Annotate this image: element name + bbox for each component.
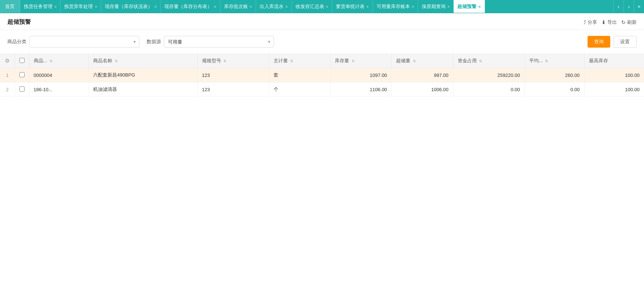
query-button[interactable]: 查询: [588, 36, 610, 48]
col-overstock[interactable]: 超储量 ⇅: [392, 54, 453, 68]
close-inventory-dist-icon[interactable]: ×: [214, 4, 216, 9]
row-avg-1: 260.00: [524, 68, 584, 82]
nav-inventory-dist[interactable]: 现存量（库存分布表） ×: [161, 0, 220, 13]
category-select[interactable]: [29, 36, 139, 48]
datasource-select-wrapper: 可用量 库存量 ▾: [164, 36, 274, 48]
col-spec[interactable]: 规格型号 ⇅: [197, 54, 269, 68]
export-action[interactable]: ⬇ 导出: [601, 19, 617, 26]
datasource-select[interactable]: 可用量 库存量: [164, 36, 274, 48]
close-task-mgmt-icon[interactable]: ×: [54, 4, 56, 9]
nav-inventory-status-label: 现存量（库存状况表）: [105, 3, 153, 10]
col-stock[interactable]: 库存量 ⇅: [330, 54, 391, 68]
row-avg-2: 0.00: [524, 82, 584, 97]
nav-summary[interactable]: 收发存汇总表 ×: [292, 0, 332, 13]
nav-exception[interactable]: 拣货异常处理 ×: [61, 0, 101, 13]
settings-button[interactable]: 设置: [613, 36, 637, 48]
col-max-stock-label: 最高库存: [589, 58, 608, 63]
nav-batch-account[interactable]: 库存批次账 ×: [220, 0, 256, 13]
nav-arrow-right[interactable]: ›: [623, 0, 634, 13]
row-num-2: 2: [0, 82, 15, 97]
nav-arrow-left[interactable]: ‹: [613, 0, 623, 13]
row-name-1: 六配套新昌490BPG: [89, 68, 197, 82]
nav-overstock-alert[interactable]: 超储预警 ×: [454, 0, 484, 13]
select-all-checkbox[interactable]: [19, 58, 25, 63]
row-checkbox-1[interactable]: [15, 68, 29, 82]
row-capital-2: 0.00: [453, 82, 524, 97]
row-checkbox-2[interactable]: [15, 82, 29, 97]
col-spec-sort-icon: ⇅: [223, 59, 226, 63]
col-unit[interactable]: 主计量 ⇅: [269, 54, 330, 68]
nav-home-label: 首页: [5, 3, 15, 10]
row-code-1: 0000004: [29, 68, 89, 82]
datasource-filter-label: 数据源: [147, 38, 161, 45]
nav-order-stats[interactable]: 要货单统计表 ×: [332, 0, 373, 13]
top-navigation: 首页 拣货任务管理 × 拣货异常处理 × 现存量（库存状况表） × 现存量（库存…: [0, 0, 644, 13]
row-select-checkbox-2[interactable]: [19, 86, 25, 92]
close-batch-account-icon[interactable]: ×: [250, 4, 252, 9]
col-overstock-sort-icon: ⇅: [413, 59, 416, 63]
row-spec-1: 123: [197, 68, 269, 82]
row-name-2: 机油滤清器: [89, 82, 197, 97]
col-avg-label: 平均...: [529, 58, 543, 63]
row-select-checkbox-1[interactable]: [19, 72, 25, 77]
refresh-action[interactable]: ↻ 刷新: [621, 19, 637, 26]
close-inout-flow-icon[interactable]: ×: [285, 4, 288, 9]
nav-available-book[interactable]: 可用量库存账本 ×: [373, 0, 418, 13]
refresh-icon: ↻: [621, 19, 626, 25]
row-spec-2: 123: [197, 82, 269, 97]
col-code[interactable]: 商品... ⇅: [29, 54, 89, 68]
close-overstock-alert-icon[interactable]: ×: [478, 4, 480, 9]
col-overstock-label: 超储量: [396, 58, 410, 63]
col-code-label: 商品...: [34, 58, 47, 63]
col-checkbox[interactable]: [15, 54, 29, 68]
nav-inventory-status[interactable]: 现存量（库存状况表） ×: [101, 0, 161, 13]
nav-expiry-query[interactable]: 保质期查询 ×: [418, 0, 454, 13]
col-capital[interactable]: 资金占用 ⇅: [453, 54, 524, 68]
close-expiry-query-icon[interactable]: ×: [447, 4, 450, 9]
category-filter-label: 商品分类: [7, 38, 26, 45]
nav-batch-account-label: 库存批次账: [224, 3, 248, 10]
nav-inout-flow[interactable]: 出入库流水 ×: [256, 0, 292, 13]
col-unit-sort-icon: ⇅: [290, 59, 293, 63]
col-name[interactable]: 商品名称 ⇅: [89, 54, 197, 68]
nav-inout-flow-label: 出入库流水: [260, 3, 283, 10]
close-inventory-status-icon[interactable]: ×: [154, 4, 157, 9]
share-label: 分享: [588, 19, 597, 26]
col-stock-sort-icon: ⇅: [352, 59, 355, 63]
nav-arrow-close[interactable]: ×: [634, 0, 644, 13]
row-capital-1: 259220.00: [453, 68, 524, 82]
table-body: 1 0000004 六配套新昌490BPG 123 套 1097.00 997.…: [0, 68, 644, 97]
table-header-row: ⚙ 商品... ⇅ 商品名称 ⇅ 规格型号 ⇅: [0, 54, 644, 68]
category-filter-group: 商品分类 ▾: [7, 36, 139, 48]
close-available-book-icon[interactable]: ×: [412, 4, 414, 9]
col-avg[interactable]: 平均... ⇅: [524, 54, 584, 68]
row-num-1: 1: [0, 68, 15, 82]
col-name-label: 商品名称: [93, 58, 112, 63]
nav-expiry-query-label: 保质期查询: [422, 3, 446, 10]
close-summary-icon[interactable]: ×: [326, 4, 328, 9]
page-content: 超储预警 ⤴ 分享 ⬇ 导出 ↻ 刷新 商品分类 ▾: [0, 13, 644, 293]
export-label: 导出: [607, 19, 617, 26]
table-row: 1 0000004 六配套新昌490BPG 123 套 1097.00 997.…: [0, 68, 644, 82]
nav-home[interactable]: 首页: [0, 0, 20, 13]
nav-task-mgmt[interactable]: 拣货任务管理 ×: [20, 0, 61, 13]
table-header: ⚙ 商品... ⇅ 商品名称 ⇅ 规格型号 ⇅: [0, 54, 644, 68]
row-max-stock-1: 100.00: [584, 68, 644, 82]
col-capital-label: 资金占用: [458, 58, 477, 63]
col-code-sort-icon: ⇅: [50, 59, 52, 63]
gear-settings-icon[interactable]: ⚙: [5, 58, 10, 64]
filter-actions: 查询 设置: [588, 36, 637, 48]
row-stock-2: 1106.00: [330, 82, 391, 97]
nav-overstock-alert-label: 超储预警: [457, 3, 476, 10]
col-max-stock[interactable]: 最高库存: [584, 54, 644, 68]
page-title: 超储预警: [7, 18, 31, 26]
share-action[interactable]: ⤴ 分享: [583, 19, 597, 26]
close-order-stats-icon[interactable]: ×: [366, 4, 369, 9]
col-spec-label: 规格型号: [202, 58, 221, 63]
close-exception-icon[interactable]: ×: [95, 4, 97, 9]
col-gear[interactable]: ⚙: [0, 54, 15, 68]
category-select-wrapper: ▾: [29, 36, 139, 48]
nav-task-mgmt-label: 拣货任务管理: [24, 3, 52, 10]
row-overstock-2: 1006.00: [392, 82, 453, 97]
row-stock-1: 1097.00: [330, 68, 391, 82]
